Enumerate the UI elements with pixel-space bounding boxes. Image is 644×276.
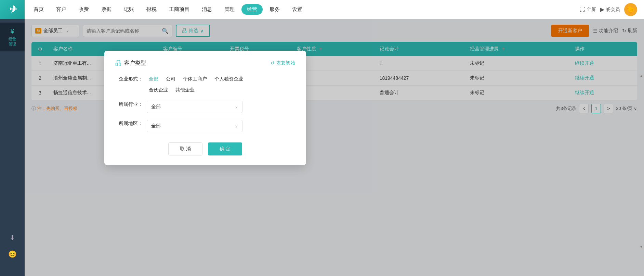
nav-item-home[interactable]: 首页: [28, 4, 49, 15]
logo-icon: ✈: [9, 4, 16, 15]
help-icon: 😊: [8, 250, 17, 258]
enterprise-form-label: 企业形式：: [115, 75, 143, 82]
reset-icon: ↺: [271, 60, 275, 66]
vip-button[interactable]: ▶ 畅会员: [600, 6, 620, 13]
filter-panel: 品 客户类型 ↺ 恢复初始 企业形式： 全部 公司 个体工商户 个人独资企业 合…: [104, 51, 306, 165]
enterprise-form-options: 全部 公司 个体工商户 个人独资企业 合伙企业 其他企业: [147, 75, 295, 94]
enterprise-option-individual[interactable]: 个体工商户: [181, 75, 209, 83]
nav-item-bill[interactable]: 票据: [96, 4, 117, 15]
nav-item-service[interactable]: 服务: [264, 4, 285, 15]
sidebar-help-btn[interactable]: 😊: [0, 246, 25, 262]
sidebar-item-label: 经营管理: [2, 37, 23, 47]
filter-panel-header: 品 客户类型 ↺ 恢复初始: [115, 59, 295, 67]
industry-row: 所属行业： 全部 ∨: [115, 101, 295, 113]
enterprise-option-company[interactable]: 公司: [164, 75, 178, 83]
enterprise-option-sole[interactable]: 个人独资企业: [212, 75, 245, 83]
avatar[interactable]: 🐤: [624, 3, 637, 16]
nav-right-area: ⛶ 全屏 ▶ 畅会员 🐤: [580, 3, 644, 16]
fullscreen-icon: ⛶: [580, 7, 585, 13]
cancel-button[interactable]: 取 消: [168, 142, 202, 155]
enterprise-option-all[interactable]: 全部: [147, 75, 160, 83]
logo: ✈: [0, 0, 25, 19]
industry-select-value: 全部: [151, 104, 161, 110]
fullscreen-button[interactable]: ⛶ 全屏: [580, 7, 596, 13]
industry-label: 所属行业：: [115, 101, 143, 108]
nav-item-settings[interactable]: 设置: [287, 4, 308, 15]
region-chevron-icon: ∨: [235, 124, 238, 128]
fullscreen-label: 全屏: [587, 7, 596, 13]
vip-label: 畅会员: [606, 7, 620, 13]
enterprise-option-partnership[interactable]: 合伙企业: [147, 86, 170, 94]
nav-item-fee[interactable]: 收费: [73, 4, 94, 15]
nav-item-manage[interactable]: 管理: [219, 4, 240, 15]
panel-footer: 取 消 确 定: [115, 142, 295, 155]
nav-item-message[interactable]: 消息: [196, 4, 218, 15]
industry-chevron-icon: ∨: [235, 104, 238, 109]
nav-item-customer[interactable]: 客户: [51, 4, 72, 15]
vip-icon: ▶: [600, 6, 604, 13]
download-icon: ⬇: [10, 234, 15, 242]
nav-item-tax[interactable]: 报税: [141, 4, 162, 15]
region-row: 所属地区： 全部 ∨: [115, 120, 295, 132]
nav-item-account[interactable]: 记账: [118, 4, 140, 15]
sidebar-item-operation-mgmt[interactable]: ¥ 经营管理: [0, 23, 25, 51]
filter-panel-title: 品 客户类型: [115, 59, 146, 67]
nav-item-business[interactable]: 工商项目: [163, 4, 195, 15]
operation-mgmt-icon: ¥: [10, 27, 14, 35]
nav-menu: 首页 客户 收费 票据 记账 报税 工商项目 消息 管理 经营 服务 设置: [25, 4, 580, 15]
sidebar-bottom: ⬇ 😊: [0, 229, 25, 262]
sidebar: ¥ 经营管理 ⬇ 😊: [0, 19, 25, 276]
confirm-button[interactable]: 确 定: [208, 142, 242, 155]
enterprise-option-other[interactable]: 其他企业: [173, 86, 197, 94]
region-label: 所属地区：: [115, 120, 143, 127]
industry-select[interactable]: 全部 ∨: [147, 101, 242, 113]
enterprise-form-row: 企业形式： 全部 公司 个体工商户 个人独资企业 合伙企业 其他企业: [115, 75, 295, 94]
reset-label: 恢复初始: [276, 60, 295, 66]
panel-icon: 品: [115, 59, 121, 67]
region-select-value: 全部: [151, 123, 161, 129]
sidebar-download-btn[interactable]: ⬇: [0, 229, 25, 246]
nav-item-operation[interactable]: 经营: [241, 4, 263, 15]
region-select[interactable]: 全部 ∨: [147, 120, 242, 132]
reset-button[interactable]: ↺ 恢复初始: [271, 60, 295, 66]
panel-title-label: 客户类型: [124, 60, 146, 67]
top-navigation: ✈ 首页 客户 收费 票据 记账 报税 工商项目 消息 管理 经营 服务 设置 …: [0, 0, 644, 19]
